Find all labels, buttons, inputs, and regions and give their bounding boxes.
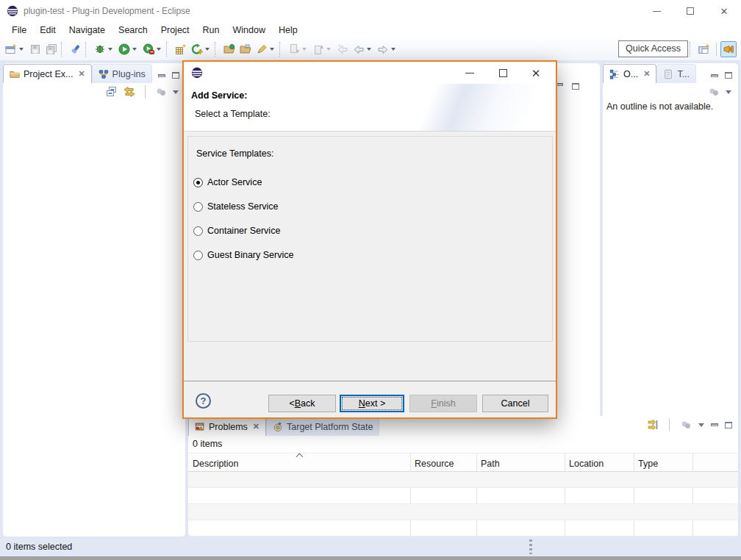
save-icon (29, 43, 41, 55)
filters-icon[interactable] (708, 86, 720, 98)
cancel-button[interactable]: Cancel (482, 395, 548, 412)
view-minimize-button[interactable] (711, 74, 718, 77)
tab-close-icon[interactable]: ✕ (643, 69, 650, 79)
view-minimize-button[interactable] (158, 74, 165, 77)
tab-target-platform-state[interactable]: Target Platform State (266, 417, 379, 436)
window-maximize-button[interactable] (673, 0, 707, 22)
view-maximize-button[interactable] (725, 72, 732, 79)
dialog-titlebar[interactable]: ✕ (184, 62, 556, 84)
forward-dropdown-icon[interactable] (391, 48, 395, 51)
back-dropdown-icon[interactable] (367, 48, 371, 51)
view-maximize-button[interactable] (725, 422, 732, 428)
toolbar-separator (279, 42, 283, 57)
menu-help[interactable]: Help (272, 23, 304, 37)
minimize-icon (653, 11, 661, 12)
collapse-all-icon[interactable] (106, 86, 118, 98)
back-button[interactable]: < Back (268, 395, 336, 412)
mark-occurrences-button[interactable] (254, 41, 278, 57)
open-perspective-button[interactable] (696, 41, 712, 57)
search-button[interactable] (68, 41, 84, 57)
finish-button[interactable]: Finish (409, 395, 477, 412)
window-minimize-button[interactable] (640, 0, 673, 22)
run-external-tools-dropdown-icon[interactable] (157, 48, 161, 51)
status-bar-drag-handle[interactable] (529, 539, 532, 554)
radio-button[interactable] (193, 251, 203, 260)
dialog-minimize-button[interactable] (457, 62, 482, 84)
last-edit-location-button[interactable] (334, 41, 351, 57)
open-resource-button[interactable] (237, 41, 254, 57)
view-menu-icon[interactable] (173, 90, 179, 94)
radio-button[interactable] (193, 226, 203, 236)
menu-file[interactable]: File (5, 23, 33, 37)
radio-option-stateless-service[interactable]: Stateless Service (193, 200, 279, 213)
tab-plugins[interactable]: Plug-ins (92, 64, 152, 83)
debug-dropdown-icon[interactable] (108, 48, 112, 51)
forward-button[interactable] (375, 41, 399, 57)
view-minimize-button[interactable] (711, 423, 718, 426)
view-menu-icon[interactable] (698, 423, 704, 427)
window-close-button[interactable]: ✕ (707, 0, 741, 22)
view-maximize-button[interactable] (172, 72, 179, 79)
tab-project-explorer[interactable]: Project Ex... ✕ (3, 64, 92, 83)
run-dropdown-icon[interactable] (132, 48, 137, 51)
new-wizard-dropdown-icon[interactable] (19, 48, 24, 51)
column-header-resource[interactable]: Resource (415, 459, 454, 469)
problems-table-body[interactable] (188, 472, 738, 536)
dialog-header: Add Service: Select a Template: (184, 84, 556, 132)
dialog-maximize-button[interactable] (490, 62, 515, 84)
run-button[interactable] (116, 41, 140, 57)
back-button[interactable] (351, 41, 375, 57)
quick-access-button[interactable]: Quick Access (618, 40, 688, 57)
menu-project[interactable]: Project (154, 23, 196, 37)
menu-edit[interactable]: Edit (33, 23, 62, 37)
run-external-tools-button[interactable] (140, 41, 165, 57)
radio-button[interactable] (193, 202, 203, 212)
problems-table-header: Description Resource Path Location Type (188, 453, 738, 472)
open-plugin-artifact-dropdown-icon[interactable] (205, 48, 210, 51)
open-plugin-artifact-button[interactable] (189, 41, 213, 57)
next-button[interactable]: Next > (340, 395, 404, 412)
mark-occurrences-dropdown-icon[interactable] (270, 48, 274, 51)
previous-annotation-dropdown-icon[interactable] (326, 48, 331, 51)
plugin-development-perspective-button[interactable] (720, 41, 737, 57)
new-plugin-project-button[interactable] (173, 41, 189, 57)
menu-navigate[interactable]: Navigate (62, 23, 112, 37)
editor-maximize-button[interactable] (572, 83, 579, 90)
open-type-button[interactable] (221, 41, 237, 57)
menu-run[interactable]: Run (196, 23, 226, 37)
new-wizard-button[interactable] (3, 41, 27, 57)
help-button[interactable]: ? (196, 393, 211, 409)
task-list-icon (663, 69, 673, 79)
next-annotation-dropdown-icon[interactable] (302, 48, 307, 51)
column-header-type[interactable]: Type (638, 459, 658, 469)
tab-problems[interactable]: Problems ✕ (188, 417, 266, 436)
filters-icon[interactable] (155, 86, 167, 98)
tab-close-icon[interactable]: ✕ (253, 422, 259, 431)
project-explorer-body[interactable] (3, 101, 185, 536)
radio-option-container-service[interactable]: Container Service (193, 224, 280, 237)
dialog-button-bar: ? < Back Next > Finish Cancel (184, 381, 556, 417)
menu-search[interactable]: Search (112, 23, 154, 37)
window-title: plugin-test - Plug-in Development - Ecli… (24, 6, 190, 16)
previous-annotation-button[interactable] (310, 41, 334, 57)
focus-on-active-task-icon[interactable] (647, 419, 659, 431)
radio-option-guest-binary-service[interactable]: Guest Binary Service (193, 248, 293, 262)
tab-outline[interactable]: O... ✕ (603, 64, 656, 83)
menu-window[interactable]: Window (226, 23, 272, 37)
tab-close-icon[interactable]: ✕ (78, 69, 85, 79)
column-header-location[interactable]: Location (569, 459, 604, 469)
radio-option-actor-service[interactable]: Actor Service (193, 176, 262, 189)
column-header-path[interactable]: Path (481, 459, 500, 469)
minimize-icon (465, 73, 474, 73)
radio-button[interactable] (193, 178, 203, 187)
column-header-description[interactable]: Description (193, 459, 239, 469)
next-annotation-button[interactable] (286, 41, 310, 57)
dialog-close-button[interactable]: ✕ (523, 62, 548, 84)
link-with-editor-icon[interactable] (124, 86, 135, 98)
save-all-button[interactable] (43, 41, 60, 57)
save-button[interactable] (27, 41, 43, 57)
tab-task-list[interactable]: T... (656, 64, 696, 83)
debug-button[interactable] (92, 41, 116, 57)
filters-icon[interactable] (680, 419, 692, 431)
view-menu-icon[interactable] (726, 90, 731, 94)
